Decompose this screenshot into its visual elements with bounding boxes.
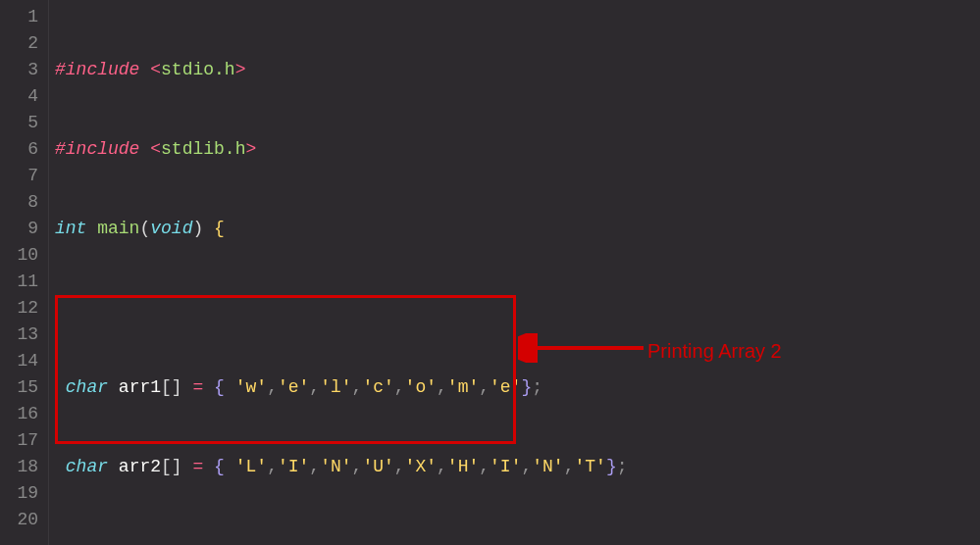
char-lit: 'U': [362, 457, 393, 476]
line-number: 6: [14, 136, 38, 163]
char-lit: 'm': [447, 377, 479, 397]
code-line[interactable]: [55, 295, 974, 322]
header-name: stdio.h: [161, 60, 235, 79]
code-area[interactable]: #include <stdio.h> #include <stdlib.h> i…: [49, 0, 980, 545]
type-token: char: [66, 457, 108, 476]
annotation-label: Printing Array 2: [647, 336, 782, 366]
brace-open: {: [214, 377, 225, 397]
code-line[interactable]: [55, 533, 974, 545]
char-lit: 'I': [278, 457, 309, 476]
char-lit: 'N': [532, 457, 563, 476]
char-lit: 'e': [278, 377, 309, 397]
paren-close: ): [192, 219, 203, 238]
line-number: 5: [14, 110, 38, 136]
angle-open: <: [150, 139, 161, 159]
line-number: 10: [14, 242, 38, 269]
char-lit: 'o': [405, 377, 437, 397]
brace-close: }: [521, 377, 532, 397]
line-number: 4: [14, 83, 38, 110]
eq: =: [192, 457, 203, 476]
preproc-token: #include: [55, 139, 139, 159]
char-lit: 'l': [320, 377, 351, 397]
char-lit: 'I': [490, 457, 521, 476]
char-lit: 'X': [405, 457, 437, 476]
line-number: 20: [14, 507, 38, 533]
code-editor: 1 2 3 4 5 6 7 8 9 10 11 12 13 14 15 16 1…: [0, 0, 980, 545]
line-number: 18: [14, 454, 38, 480]
brace-open: {: [214, 457, 225, 476]
line-number: 1: [14, 4, 38, 30]
line-number: 15: [14, 374, 38, 401]
type-token: char: [66, 377, 108, 397]
line-number: 16: [14, 401, 38, 427]
code-line[interactable]: #include <stdio.h>: [55, 57, 974, 83]
line-number: 14: [14, 348, 38, 374]
eq: =: [192, 377, 203, 397]
line-number: 2: [14, 30, 38, 57]
char-lit: 'e': [490, 377, 521, 397]
preproc-token: #include: [55, 60, 139, 79]
line-number: 19: [14, 480, 38, 507]
code-line[interactable]: char arr1[] = { 'w','e','l','c','o','m',…: [55, 374, 974, 401]
line-number: 7: [14, 163, 38, 189]
line-number: 13: [14, 322, 38, 348]
char-lit: 'T': [574, 457, 605, 476]
line-number: 9: [14, 216, 38, 242]
line-number-gutter: 1 2 3 4 5 6 7 8 9 10 11 12 13 14 15 16 1…: [0, 0, 49, 545]
code-line[interactable]: char arr2[] = { 'L','I','N','U','X','H',…: [55, 454, 974, 480]
char-lit: 'L': [235, 457, 267, 476]
paren-open: (: [139, 219, 150, 238]
brace-open: {: [214, 219, 225, 238]
angle-open: <: [150, 60, 161, 79]
line-number: 17: [14, 427, 38, 454]
code-line[interactable]: #include <stdlib.h>: [55, 136, 974, 163]
bracket: []: [161, 377, 182, 397]
char-lit: 'c': [362, 377, 393, 397]
identifier: arr1: [119, 377, 161, 397]
header-name: stdlib.h: [161, 139, 245, 159]
line-number: 12: [14, 295, 38, 322]
code-line[interactable]: int main(void) {: [55, 216, 974, 242]
line-number: 8: [14, 189, 38, 216]
type-token: void: [150, 219, 192, 238]
char-lit: 'w': [235, 377, 267, 397]
line-number: 3: [14, 57, 38, 83]
char-lit: 'N': [320, 457, 351, 476]
fn-name: main: [97, 219, 139, 238]
angle-close: >: [235, 60, 246, 79]
identifier: arr2: [119, 457, 161, 476]
brace-close: }: [606, 457, 617, 476]
bracket: []: [161, 457, 182, 476]
char-lit: 'H': [447, 457, 479, 476]
line-number: 11: [14, 269, 38, 295]
type-token: int: [55, 219, 86, 238]
angle-close: >: [245, 139, 256, 159]
